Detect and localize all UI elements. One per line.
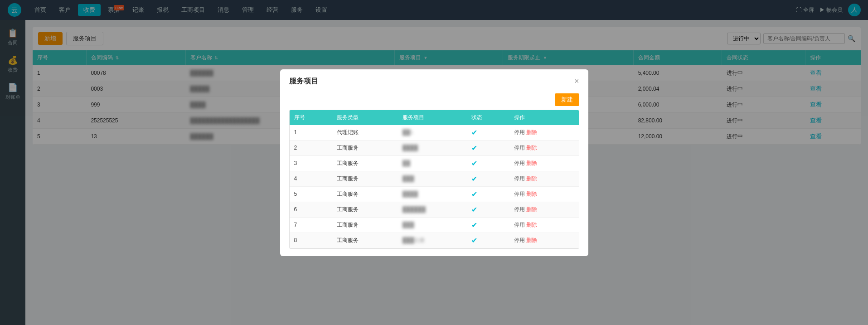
status-check-icon: ✔ [471, 237, 477, 244]
modal-table-row: 4 工商服务 ███ ✔ 停用 删除 [290, 171, 579, 186]
modal-col-index: 序号 [290, 110, 332, 125]
modal-overlay[interactable]: 服务项目 × 新建 序号 服务类型 服务项目 状态 操作 [0, 0, 868, 325]
modal-table-row: 6 工商服务 ██████ ✔ 停用 删除 [290, 202, 579, 217]
modal-cell-type: 工商服务 [332, 171, 398, 186]
modal-cell-item: ███注册 [398, 233, 467, 248]
modal-cell-index: 4 [290, 171, 332, 186]
stop-button[interactable]: 停用 [514, 206, 525, 213]
status-check-icon: ✔ [471, 160, 477, 167]
modal-cell-action: 停用 删除 [509, 125, 579, 141]
modal-header: 服务项目 × [280, 69, 588, 90]
modal-cell-item: ████ [398, 186, 467, 202]
modal-cell-action: 停用 删除 [509, 186, 579, 202]
modal-table-row: 8 工商服务 ███注册 ✔ 停用 删除 [290, 233, 579, 248]
modal-cell-type: 工商服务 [332, 186, 398, 202]
stop-button[interactable]: 停用 [514, 237, 525, 244]
modal-cell-item: ██████ [398, 202, 467, 217]
modal-cell-type: 工商服务 [332, 140, 398, 155]
modal-cell-action: 停用 删除 [509, 233, 579, 248]
status-check-icon: ✔ [471, 175, 477, 183]
modal-cell-index: 5 [290, 186, 332, 202]
modal-cell-action: 停用 删除 [509, 140, 579, 155]
modal-close-button[interactable]: × [574, 77, 579, 86]
modal-cell-index: 1 [290, 125, 332, 141]
stop-button[interactable]: 停用 [514, 160, 525, 167]
modal-cell-index: 3 [290, 155, 332, 171]
modal-cell-index: 2 [290, 140, 332, 155]
stop-button[interactable]: 停用 [514, 144, 525, 152]
modal-cell-status: ✔ [467, 186, 509, 202]
modal-cell-index: 7 [290, 217, 332, 233]
delete-button[interactable]: 删除 [526, 129, 537, 136]
modal-col-action: 操作 [509, 110, 579, 125]
modal-cell-type: 工商服务 [332, 155, 398, 171]
delete-button[interactable]: 删除 [526, 206, 537, 213]
service-modal: 服务项目 × 新建 序号 服务类型 服务项目 状态 操作 [280, 69, 588, 256]
modal-table-wrap[interactable]: 序号 服务类型 服务项目 状态 操作 1 代理记账 ██1 ✔ 停用 删除 2 [289, 110, 579, 249]
modal-cell-action: 停用 删除 [509, 202, 579, 217]
delete-button[interactable]: 删除 [526, 221, 537, 229]
delete-button[interactable]: 删除 [526, 237, 537, 244]
modal-cell-item: ███ [398, 171, 467, 186]
delete-button[interactable]: 删除 [526, 190, 537, 198]
modal-cell-status: ✔ [467, 171, 509, 186]
modal-cell-status: ✔ [467, 217, 509, 233]
modal-table-row: 1 代理记账 ██1 ✔ 停用 删除 [290, 125, 579, 141]
modal-cell-type: 工商服务 [332, 217, 398, 233]
modal-title: 服务项目 [289, 77, 318, 86]
delete-button[interactable]: 删除 [526, 175, 537, 183]
delete-button[interactable]: 删除 [526, 144, 537, 152]
modal-col-status: 状态 [467, 110, 509, 125]
modal-cell-index: 6 [290, 202, 332, 217]
status-check-icon: ✔ [471, 144, 477, 152]
modal-cell-action: 停用 删除 [509, 171, 579, 186]
modal-cell-type: 工商服务 [332, 202, 398, 217]
stop-button[interactable]: 停用 [514, 221, 525, 229]
modal-cell-status: ✔ [467, 140, 509, 155]
modal-body: 新建 序号 服务类型 服务项目 状态 操作 1 代理记账 █ [280, 90, 588, 256]
status-check-icon: ✔ [471, 221, 477, 229]
modal-new-button[interactable]: 新建 [555, 93, 579, 106]
modal-table-row: 5 工商服务 ████ ✔ 停用 删除 [290, 186, 579, 202]
modal-cell-index: 8 [290, 233, 332, 248]
modal-table-row: 7 工商服务 ███ ✔ 停用 删除 [290, 217, 579, 233]
stop-button[interactable]: 停用 [514, 175, 525, 183]
status-check-icon: ✔ [471, 190, 477, 198]
stop-button[interactable]: 停用 [514, 190, 525, 198]
modal-cell-type: 工商服务 [332, 233, 398, 248]
modal-cell-action: 停用 删除 [509, 155, 579, 171]
delete-button[interactable]: 删除 [526, 160, 537, 167]
modal-cell-item: ███ [398, 217, 467, 233]
modal-service-table: 序号 服务类型 服务项目 状态 操作 1 代理记账 ██1 ✔ 停用 删除 2 [290, 110, 579, 248]
modal-cell-action: 停用 删除 [509, 217, 579, 233]
modal-cell-item: ████ [398, 140, 467, 155]
status-check-icon: ✔ [471, 206, 477, 213]
modal-cell-status: ✔ [467, 233, 509, 248]
modal-cell-type: 代理记账 [332, 125, 398, 141]
stop-button[interactable]: 停用 [514, 129, 525, 136]
modal-cell-status: ✔ [467, 125, 509, 141]
modal-cell-status: ✔ [467, 155, 509, 171]
modal-col-item: 服务项目 [398, 110, 467, 125]
modal-table-row: 3 工商服务 ██ ✔ 停用 删除 [290, 155, 579, 171]
modal-cell-item: ██1 [398, 125, 467, 141]
modal-col-type: 服务类型 [332, 110, 398, 125]
modal-table-row: 2 工商服务 ████ ✔ 停用 删除 [290, 140, 579, 155]
modal-cell-status: ✔ [467, 202, 509, 217]
status-check-icon: ✔ [471, 129, 477, 136]
modal-toolbar: 新建 [289, 90, 579, 110]
modal-cell-item: ██ [398, 155, 467, 171]
